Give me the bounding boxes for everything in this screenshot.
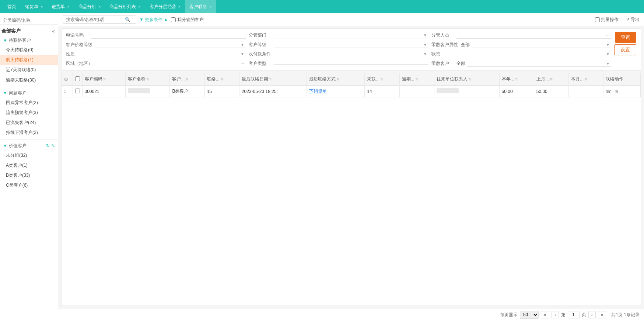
- my-customers-checkbox[interactable]: 我分管的客户: [171, 17, 204, 23]
- nav-home[interactable]: 首页: [3, 0, 21, 13]
- sidebar-search-input[interactable]: [3, 18, 58, 23]
- contact-icon[interactable]: ☎: [606, 89, 611, 94]
- nav-purchase[interactable]: 进货单 ×: [47, 0, 74, 13]
- page-suffix: 页: [582, 312, 586, 318]
- qr-icon[interactable]: ⊞: [615, 89, 618, 94]
- th-not-contacted: 未联...⇅: [365, 73, 399, 86]
- dots-icon[interactable]: ···: [606, 32, 610, 38]
- nav-product-analysis-list-close[interactable]: ×: [138, 4, 140, 9]
- th-type: 客户...⇅: [170, 73, 204, 86]
- page-label: 第: [561, 312, 566, 318]
- dept-field: 分管部门 ▼: [249, 32, 428, 38]
- td-type: B类客户: [170, 86, 204, 97]
- person-select[interactable]: ···: [456, 32, 611, 39]
- sidebar-item-churned[interactable]: 已流失客户(24): [0, 118, 58, 128]
- sidebar-item-ungrouped[interactable]: 未分组(32): [0, 151, 58, 160]
- price-level-select[interactable]: ▼: [95, 42, 246, 48]
- sort-icon-5[interactable]: ⇅: [269, 77, 272, 81]
- caret-icon-2: ▼: [241, 43, 244, 47]
- nav-sales[interactable]: 销货单 ×: [21, 0, 47, 13]
- search-icon-btn[interactable]: 🔍: [125, 17, 130, 22]
- nav-sales-close[interactable]: ×: [41, 4, 43, 9]
- sort-icon-3[interactable]: ⇅: [185, 77, 188, 81]
- my-customers-check[interactable]: [171, 17, 176, 22]
- first-page-btn[interactable]: «: [541, 311, 549, 318]
- last-page-btn[interactable]: »: [598, 311, 606, 318]
- contact-method-link[interactable]: 下销货单: [309, 89, 327, 94]
- nature-select[interactable]: ▼: [91, 51, 246, 57]
- sidebar-item-tomorrow-contact[interactable]: 明天待联络(1): [0, 55, 58, 65]
- page-size-select[interactable]: 50 100 200: [520, 311, 539, 319]
- nav-customer-tier-close[interactable]: ×: [178, 4, 181, 9]
- caret-icon-3: ▼: [423, 43, 427, 47]
- nav-purchase-close[interactable]: ×: [67, 4, 69, 9]
- sidebar-item-7day-contact[interactable]: 近7天待联络(0): [0, 65, 58, 75]
- dept-select[interactable]: ▼: [274, 32, 428, 38]
- sidebar-search-area: 🔍: [0, 16, 58, 25]
- sort-icon-12[interactable]: ⇅: [584, 77, 587, 81]
- page-number-input[interactable]: [568, 311, 580, 318]
- sidebar-collapse-btn[interactable]: «: [52, 28, 55, 34]
- sort-icon-6[interactable]: ⇅: [336, 77, 339, 81]
- td-checkbox: [73, 86, 82, 97]
- sidebar-item-b-class[interactable]: B类客户(33): [0, 170, 58, 180]
- retail-customer-select[interactable]: ▼: [467, 61, 611, 67]
- sort-icon-4[interactable]: ⇅: [220, 77, 223, 81]
- nav-customer-tier[interactable]: 客户分层经营 ×: [145, 0, 185, 13]
- sort-icon-2[interactable]: ⇅: [146, 77, 149, 81]
- sort-icon-10[interactable]: ⇅: [515, 77, 518, 81]
- nav-product-analysis-close[interactable]: ×: [98, 4, 101, 9]
- customer-level-select[interactable]: ▼: [274, 42, 428, 48]
- content-area: 🔍 ▼ 更多条件 ▲ 我分管的客户 批量操作 ↗ 导出: [58, 13, 644, 321]
- region-select[interactable]: ···: [95, 60, 246, 67]
- nav-product-analysis[interactable]: 商品分析 ×: [74, 0, 105, 13]
- caret-icon-7: ▼: [606, 52, 610, 56]
- nav-customer-contact[interactable]: 客户联络 ×: [185, 0, 216, 13]
- sort-icon-8[interactable]: ⇅: [415, 77, 418, 81]
- sidebar-item-repurchase-abnormal[interactable]: 回购异常客户(2): [0, 98, 58, 108]
- export-btn[interactable]: ↗ 导出: [626, 17, 640, 23]
- next-page-btn[interactable]: ›: [588, 311, 596, 318]
- payment-select[interactable]: ▼: [274, 51, 428, 57]
- sidebar-item-a-class[interactable]: A类客户(1): [0, 160, 58, 170]
- set-button[interactable]: 设置: [614, 44, 636, 55]
- status-select[interactable]: ▼: [456, 51, 611, 57]
- search-input[interactable]: [66, 17, 125, 22]
- nav-product-analysis-list[interactable]: 商品分析列表 ×: [105, 0, 145, 13]
- select-all-check[interactable]: [75, 76, 80, 81]
- row-check[interactable]: [75, 89, 80, 93]
- batch-check[interactable]: [595, 17, 600, 22]
- search-box[interactable]: 🔍: [63, 15, 136, 24]
- dots-icon-2[interactable]: ···: [241, 61, 244, 66]
- caret-icon-6: ▼: [423, 52, 427, 56]
- th-name: 客户名称⇅: [125, 73, 170, 86]
- sidebar-item-churn-warning[interactable]: 流失预警客户(3): [0, 108, 58, 118]
- sort-icon-9[interactable]: ⇅: [468, 77, 471, 81]
- sidebar-item-overdue-contact[interactable]: 逾期未联络(30): [0, 75, 58, 85]
- person-field: 分管人员 ···: [431, 32, 611, 39]
- sort-icon-7[interactable]: ⇅: [380, 77, 383, 81]
- nav-customer-contact-close[interactable]: ×: [209, 4, 211, 9]
- sidebar-item-declining[interactable]: 持续下滑客户(2): [0, 128, 58, 138]
- phone-input[interactable]: [91, 32, 246, 39]
- column-settings-icon[interactable]: ⚙: [64, 76, 69, 82]
- more-conditions-btn[interactable]: ▼ 更多条件 ▲: [139, 17, 168, 23]
- status-field: 状态 ▼: [431, 51, 611, 57]
- batch-op-btn[interactable]: 批量操作: [595, 17, 619, 23]
- th-gear: ⚙: [62, 73, 73, 86]
- customer-type-select[interactable]: [274, 63, 428, 65]
- sidebar-item-today-contact[interactable]: 今天待联络(0): [0, 45, 58, 55]
- filter-icon: ▼: [139, 17, 144, 22]
- prev-page-btn[interactable]: ‹: [552, 311, 559, 318]
- sort-icon-11[interactable]: ⇅: [550, 77, 553, 81]
- sidebar-item-c-class[interactable]: C类客户(6): [0, 180, 58, 190]
- export-icon: ↗: [626, 17, 630, 22]
- all-customers-header: 全部客户 «: [0, 26, 58, 36]
- refresh-icon[interactable]: ↻: [46, 143, 50, 148]
- edit-icon[interactable]: ✎: [51, 143, 55, 148]
- table-row: 1 000021 B类客户 15 2023-05-23 18:25: 下销货单 …: [62, 86, 641, 97]
- retail-attr-select[interactable]: ▼: [471, 42, 611, 48]
- query-button[interactable]: 查询: [615, 32, 636, 43]
- sort-icon[interactable]: ⇅: [103, 77, 106, 81]
- td-last-month: 50.00: [534, 86, 568, 97]
